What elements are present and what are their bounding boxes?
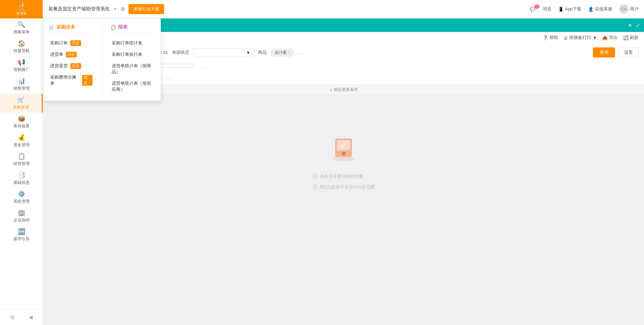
sidebar-item-purchase[interactable]: 🛒 采购管理 bbox=[0, 94, 43, 113]
purchase-order-exec-item[interactable]: 采购订单执行表 bbox=[110, 49, 155, 60]
topbar-right: 💬 5 消息 📱 App下载 👤 在线客服 Ea 用户 bbox=[530, 4, 639, 14]
print-dropdown-icon[interactable]: ▼ bbox=[593, 35, 597, 40]
goods-tag-close[interactable]: × bbox=[288, 50, 290, 55]
print-icon: 🖨 bbox=[564, 35, 568, 40]
purchase-expense-item[interactable]: 采购费用分摊单 历史 bbox=[49, 72, 94, 89]
salesperson-dots[interactable]: ... bbox=[199, 63, 205, 69]
tab-maximize-icon[interactable]: ⤢ bbox=[636, 22, 640, 29]
sidebar-item-enterprise-label: 企业协同 bbox=[13, 217, 30, 223]
dropdown-divider bbox=[102, 24, 102, 95]
topbar: 装餐及固定资产辅助管理系统 ▼ ⚙ 体验行业方案 💬 5 消息 📱 App下载 … bbox=[43, 0, 644, 18]
incoming-stats-goods-item[interactable]: 进货单统计表（按商品） bbox=[110, 60, 155, 78]
industry-btn[interactable]: 体验行业方案 bbox=[129, 4, 164, 14]
purchase-order-item[interactable]: 采购订单 历史 bbox=[49, 37, 94, 49]
doc-status-label: 单据状态 bbox=[172, 49, 189, 55]
incoming-return-label: 进货退货 bbox=[50, 63, 68, 69]
sidebar-item-guide[interactable]: 🆕 新手引导 bbox=[0, 226, 43, 244]
app-download-item[interactable]: 📱 App下载 bbox=[558, 6, 581, 12]
topbar-settings-icon[interactable]: ⚙ bbox=[120, 6, 125, 12]
settings-bottom-icon[interactable]: ⚙ bbox=[10, 314, 15, 320]
goods-tag-value: 设计素 bbox=[275, 50, 287, 55]
goods-dots[interactable]: ... bbox=[298, 49, 305, 55]
base-info-icon: 📑 bbox=[18, 171, 25, 179]
purchase-col-icon: 🛒 bbox=[49, 25, 55, 30]
sidebar-item-inventory[interactable]: 📦 库存核算 bbox=[0, 113, 43, 131]
sidebar-item-base-info[interactable]: 📑 基础信息 bbox=[0, 169, 43, 188]
avatar: Ea bbox=[619, 4, 629, 14]
customer-dots[interactable]: ... bbox=[166, 74, 173, 80]
purchase-order-stats-item[interactable]: 采购订单统计表 bbox=[110, 37, 155, 49]
user-label: 用户 bbox=[630, 6, 639, 12]
sidebar-item-search[interactable]: 🔍 搜索菜单 bbox=[0, 18, 43, 37]
export-label: 导出 bbox=[609, 35, 618, 41]
report-col-header: 📋 报表 bbox=[110, 24, 155, 33]
sidebar-item-base-info-label: 基础信息 bbox=[13, 180, 30, 186]
online-service-label: 在线客服 bbox=[595, 6, 612, 12]
sidebar-item-system[interactable]: ⚙️ 系统管理 bbox=[0, 188, 43, 207]
empty-state: 1 请先选择要分析的方案 2 用[过滤]条件来缩小分析范围 bbox=[43, 94, 644, 229]
help-label: 帮助 bbox=[549, 35, 558, 41]
incoming-order-label: 进货单 bbox=[50, 51, 63, 57]
sidebar-menu: 🔍 搜索菜单 🏠 快捷导航 📢 营销推广 📊 销售管理 🛒 采购管理 📦 库存核… bbox=[0, 18, 43, 309]
doc-status-select[interactable]: ▼ bbox=[193, 48, 254, 57]
filter-actions: 查询 设置 bbox=[593, 47, 639, 57]
sidebar-item-marketing[interactable]: 📢 营销推广 bbox=[0, 56, 43, 75]
incoming-stats-goods-label: 进货单统计表（按商品） bbox=[112, 63, 154, 75]
incoming-stats-supplier-label: 进货单统计表（按供应商） bbox=[112, 80, 154, 92]
online-service-item[interactable]: 👤 在线客服 bbox=[588, 6, 612, 12]
sales-icon: 📊 bbox=[18, 77, 25, 85]
purchase-icon: 🛒 bbox=[17, 96, 25, 104]
refresh-icon: 🔄 bbox=[623, 35, 629, 40]
doc-status-chevron: ▼ bbox=[246, 50, 250, 55]
message-item[interactable]: 💬 5 消息 bbox=[530, 6, 551, 12]
sidebar-item-sales[interactable]: 📊 销售管理 bbox=[0, 75, 43, 94]
svg-point-3 bbox=[342, 152, 346, 156]
sidebar-item-system-label: 系统管理 bbox=[13, 199, 30, 204]
purchase-order-label: 采购订单 bbox=[50, 40, 68, 46]
incoming-return-item[interactable]: 进货退货 历史 bbox=[49, 60, 94, 72]
empty-illustration bbox=[327, 132, 360, 165]
collapse-icon[interactable]: ◀ bbox=[29, 314, 33, 320]
refresh-btn[interactable]: 🔄 刷新 bbox=[623, 35, 639, 41]
app-logo: 🍴 标准版 bbox=[0, 0, 43, 18]
collapse-up-icon: ∧ bbox=[329, 87, 332, 92]
app-title: 装餐及固定资产辅助管理系统 bbox=[48, 6, 110, 12]
tabbar-actions: ✕ ⤢ bbox=[628, 22, 640, 29]
report-col-icon: 📋 bbox=[110, 25, 116, 30]
sidebar: 🍴 标准版 🔍 搜索菜单 🏠 快捷导航 📢 营销推广 📊 销售管理 🛒 采购管理… bbox=[0, 0, 43, 325]
logo-subtext: 标准版 bbox=[16, 11, 27, 16]
purchase-col-title: 采购业务 bbox=[57, 24, 75, 30]
sidebar-item-search-label: 搜索菜单 bbox=[13, 29, 30, 35]
user-item[interactable]: Ea 用户 bbox=[619, 4, 639, 14]
sidebar-item-marketing-label: 营销推广 bbox=[13, 67, 30, 73]
sidebar-item-finance[interactable]: 💰 资金管理 bbox=[0, 131, 43, 150]
purchase-expense-label: 采购费用分摊单 bbox=[50, 74, 79, 86]
sidebar-item-enterprise[interactable]: 🏢 企业协同 bbox=[0, 207, 43, 226]
logo-icon: 🍴 bbox=[17, 3, 26, 10]
print-label: 按模板打印 bbox=[569, 35, 591, 41]
purchase-order-history: 历史 bbox=[70, 40, 81, 46]
empty-hint-1: 1 请先选择要分析的方案 2 用[过滤]条件来缩小分析范围 bbox=[312, 172, 374, 192]
title-dropdown-icon[interactable]: ▼ bbox=[113, 7, 117, 11]
message-label: 消息 bbox=[543, 6, 551, 12]
sidebar-item-operations-label: 经营管理 bbox=[13, 161, 30, 167]
topbar-left: 装餐及固定资产辅助管理系统 ▼ ⚙ 体验行业方案 bbox=[48, 4, 164, 14]
incoming-stats-supplier-item[interactable]: 进货单统计表（按供应商） bbox=[110, 78, 155, 95]
tab-minimize-icon[interactable]: ✕ bbox=[628, 22, 632, 29]
query-button[interactable]: 查询 bbox=[593, 47, 615, 57]
print-btn[interactable]: 🖨 按模板打印 ▼ bbox=[564, 35, 597, 41]
sidebar-item-quick-nav[interactable]: 🏠 快捷导航 bbox=[0, 37, 43, 56]
sidebar-item-operations[interactable]: 📋 经营管理 bbox=[0, 150, 43, 169]
incoming-order-item[interactable]: 进货单 历史 bbox=[49, 49, 94, 60]
goods-label: 商品 bbox=[258, 49, 267, 55]
sidebar-item-purchase-label: 采购管理 bbox=[13, 105, 29, 110]
export-btn[interactable]: 📤 导出 bbox=[602, 35, 618, 41]
inventory-icon: 📦 bbox=[18, 115, 25, 122]
purchase-order-stats-label: 采购订单统计表 bbox=[112, 40, 142, 46]
incoming-return-history: 历史 bbox=[70, 63, 81, 69]
sidebar-item-guide-label: 新手引导 bbox=[13, 236, 30, 242]
settings-button[interactable]: 设置 bbox=[618, 47, 639, 57]
purchase-dropdown-menu: 🛒 采购业务 采购订单 历史 进货单 历史 进货退货 历史 采购费用分摊单 历史… bbox=[43, 18, 161, 101]
help-icon: ❓ bbox=[543, 35, 548, 40]
help-btn[interactable]: ❓ 帮助 bbox=[543, 35, 558, 41]
